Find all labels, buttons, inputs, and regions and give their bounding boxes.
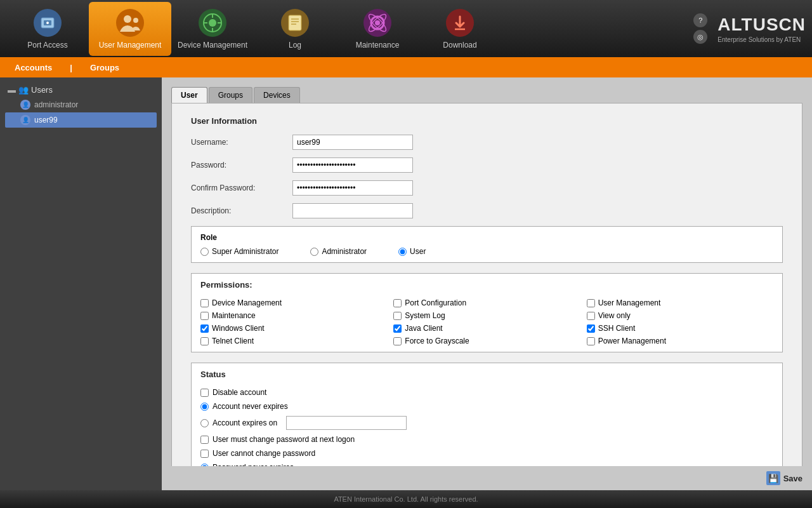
footer-text: ATEN International Co. Ltd. All rights r… <box>334 495 478 503</box>
perm-system-log-cb[interactable] <box>393 312 402 320</box>
perm-java-client-cb[interactable] <box>393 324 402 333</box>
device-management-icon <box>197 8 228 38</box>
status-label: Status <box>200 370 773 379</box>
perm-telnet-client-cb[interactable] <box>200 337 209 345</box>
perm-device-management[interactable]: Device Management <box>200 298 387 307</box>
role-user-radio[interactable] <box>398 248 407 256</box>
nav-log[interactable]: Log <box>254 2 336 56</box>
nav-maintenance[interactable]: Maintenance <box>336 2 419 56</box>
sub-nav-accounts[interactable]: Accounts <box>10 60 57 75</box>
confirm-password-input[interactable] <box>292 180 413 196</box>
password-row: Password: <box>191 157 783 173</box>
user-cannot-change-pwd-cb[interactable] <box>200 450 209 458</box>
role-super-admin-radio[interactable] <box>200 248 209 256</box>
perm-port-config-cb[interactable] <box>393 299 402 307</box>
password-input[interactable] <box>292 157 413 173</box>
svg-point-3 <box>46 22 49 24</box>
perm-maintenance-cb[interactable] <box>200 312 209 320</box>
status-section: Status Disable account Account never exp… <box>191 363 783 466</box>
tab-groups[interactable]: Groups <box>209 87 252 103</box>
help-button[interactable]: ? <box>693 13 707 27</box>
administrator-icon: 👤 <box>20 100 30 110</box>
perm-telnet-client-label: Telnet Client <box>212 337 254 345</box>
perm-view-only[interactable]: View only <box>587 311 773 320</box>
perm-maintenance[interactable]: Maintenance <box>200 311 387 320</box>
nav-device-management[interactable]: Device Management <box>171 2 254 56</box>
sub-nav: Accounts | Groups <box>0 57 812 77</box>
role-administrator-radio[interactable] <box>310 248 318 256</box>
permissions-label: Permissions: <box>200 280 773 290</box>
role-label: Role <box>200 233 773 242</box>
role-user[interactable]: User <box>398 247 426 256</box>
nav-download-label: Download <box>443 41 476 50</box>
perm-user-management-cb[interactable] <box>587 299 595 307</box>
perm-ssh-client[interactable]: SSH Client <box>587 324 773 333</box>
perm-system-log[interactable]: System Log <box>393 311 580 320</box>
perm-java-client[interactable]: Java Client <box>393 324 580 333</box>
nav-port-access[interactable]: Port Access <box>6 2 89 56</box>
account-expires-on-input[interactable] <box>286 416 407 430</box>
perm-user-management-label: User Management <box>598 298 661 307</box>
sub-nav-divider: | <box>70 63 72 72</box>
sidebar-item-user99[interactable]: 👤 user99 <box>5 112 157 128</box>
perm-force-grayscale-cb[interactable] <box>393 337 402 345</box>
user-management-icon <box>115 8 145 38</box>
logo-text: ALTUSCN <box>717 15 806 35</box>
sub-nav-groups[interactable]: Groups <box>85 60 124 75</box>
user-info-title: User Information <box>191 116 783 126</box>
user-cannot-change-pwd-label: User cannot change password <box>213 449 315 458</box>
settings-button[interactable]: ◎ <box>693 30 707 44</box>
user99-icon: 👤 <box>20 115 30 125</box>
tree-root-label: Users <box>31 85 53 95</box>
description-row: Description: <box>191 203 783 218</box>
content-panel: User Groups Devices User Information Use… <box>162 77 812 466</box>
sidebar: ▬ 👥 Users 👤 administrator 👤 user99 <box>0 77 162 490</box>
perm-device-management-label: Device Management <box>212 298 282 307</box>
sidebar-item-administrator[interactable]: 👤 administrator <box>5 97 157 112</box>
nav-user-management[interactable]: User Management <box>89 2 171 56</box>
save-area: 💾 Save <box>162 466 812 490</box>
perm-telnet-client[interactable]: Telnet Client <box>200 337 387 345</box>
perm-device-management-cb[interactable] <box>200 299 209 307</box>
perm-user-management[interactable]: User Management <box>587 298 773 307</box>
account-never-expires-row: Account never expires <box>200 402 773 411</box>
user-must-change-pwd-cb[interactable] <box>200 436 209 444</box>
perm-windows-client[interactable]: Windows Client <box>200 324 387 333</box>
perm-view-only-cb[interactable] <box>587 312 595 320</box>
permissions-grid: Device Management Port Configuration Use… <box>200 298 773 345</box>
save-button[interactable]: 💾 Save <box>766 471 802 485</box>
tab-devices[interactable]: Devices <box>254 87 300 103</box>
description-input[interactable] <box>292 203 413 218</box>
perm-power-management-cb[interactable] <box>587 337 595 345</box>
disable-account-cb[interactable] <box>200 389 209 397</box>
perm-java-client-label: Java Client <box>405 324 442 333</box>
perm-port-config-label: Port Configuration <box>405 298 466 307</box>
logo-block: ALTUSCN Enterprise Solutions by ATEN <box>717 15 806 43</box>
role-administrator[interactable]: Administrator <box>310 247 367 256</box>
svg-rect-15 <box>289 15 301 30</box>
nav-device-management-label: Device Management <box>178 41 247 50</box>
perm-windows-client-cb[interactable] <box>200 324 209 333</box>
save-icon: 💾 <box>766 471 780 485</box>
username-row: Username: <box>191 135 783 150</box>
confirm-password-row: Confirm Password: <box>191 180 783 196</box>
users-folder-icon: 👥 <box>18 85 29 95</box>
perm-force-grayscale[interactable]: Force to Grayscale <box>393 337 580 345</box>
perm-view-only-label: View only <box>598 311 631 320</box>
tab-user[interactable]: User <box>171 87 207 103</box>
account-never-expires-radio[interactable] <box>200 403 209 411</box>
nav-log-label: Log <box>289 41 301 50</box>
perm-ssh-client-cb[interactable] <box>587 324 595 333</box>
role-super-admin[interactable]: Super Administrator <box>200 247 278 256</box>
tree-root-users[interactable]: ▬ 👥 Users <box>5 83 157 97</box>
account-expires-on-radio[interactable] <box>200 419 209 427</box>
perm-power-management[interactable]: Power Management <box>587 337 773 345</box>
main-content: ▬ 👥 Users 👤 administrator 👤 user99 User … <box>0 77 812 490</box>
username-input[interactable] <box>292 135 413 150</box>
perm-port-config[interactable]: Port Configuration <box>393 298 580 307</box>
nav-download[interactable]: Download <box>419 2 501 56</box>
role-section: Role Super Administrator Administrator <box>191 226 783 263</box>
svg-point-21 <box>375 20 380 25</box>
role-options: Super Administrator Administrator User <box>200 247 773 256</box>
password-label: Password: <box>191 161 292 170</box>
